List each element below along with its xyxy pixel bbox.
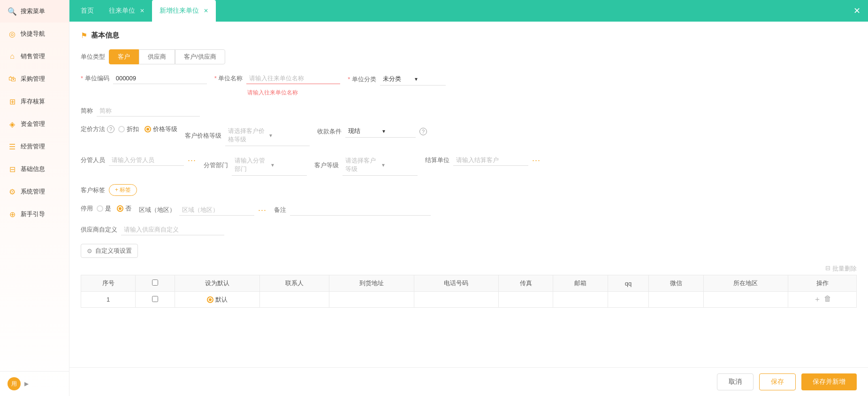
tab-bar: 首页 往来单位 ✕ 新增往来单位 ✕ ✕	[69, 0, 868, 22]
abbr-input[interactable]	[97, 105, 200, 116]
sidebar-item-inventory[interactable]: ⊞ 库存核算	[0, 90, 69, 113]
row-qq	[608, 292, 649, 308]
pricing-help-icon[interactable]: ?	[107, 125, 114, 133]
basic-icon: ⊟	[8, 164, 17, 174]
manager-group: 分管人员 ···	[81, 155, 196, 166]
save-new-button[interactable]: 保存并新增	[801, 373, 857, 390]
unit-code-input[interactable]	[113, 73, 207, 84]
tab-contacts[interactable]: 往来单位 ✕	[101, 0, 152, 22]
type-btn-both[interactable]: 客户/供应商	[175, 49, 225, 64]
operations-icon: ☰	[8, 142, 17, 151]
remark-group: 备注	[274, 204, 431, 216]
close-all-tabs-icon[interactable]: ✕	[853, 7, 860, 15]
sidebar-item-finance[interactable]: ◈ 资金管理	[0, 113, 69, 135]
region-input[interactable]	[179, 204, 254, 216]
disabled-label: 停用	[81, 204, 93, 213]
sidebar-item-operations[interactable]: ☰ 经营管理	[0, 135, 69, 158]
col-phone: 电话号码	[414, 275, 499, 292]
unit-type-group: 单位类型 客户 供应商 客户/供应商	[81, 49, 225, 64]
settlement-input[interactable]	[453, 155, 528, 166]
table-row: 1 默认	[81, 292, 857, 308]
customer-level-select[interactable]: 请选择客户等级 ▼	[343, 155, 418, 176]
col-fax: 传真	[499, 275, 553, 292]
unit-type-buttons: 客户 供应商 客户/供应商	[109, 49, 225, 64]
payment-help-icon[interactable]: ?	[419, 128, 427, 135]
remark-input[interactable]	[290, 204, 431, 216]
unit-category-group: 单位分类 未分类 ▼	[348, 73, 446, 85]
disabled-yes-radio	[97, 205, 103, 212]
supplier-custom-group: 供应商自定义	[81, 224, 224, 235]
default-radio[interactable]	[207, 296, 213, 303]
tab-contacts-close[interactable]: ✕	[140, 8, 145, 14]
dept-select[interactable]: 请输入分管部门 ▼	[232, 155, 307, 176]
sidebar: 🔍 搜索菜单 ◎ 快捷导航 ⌂ 销售管理 🛍 采购管理 ⊞ 库存核算 ◈ 资金管…	[0, 0, 69, 396]
sidebar-item-purchase[interactable]: 🛍 采购管理	[0, 68, 69, 90]
sidebar-item-system[interactable]: ⚙ 系统管理	[0, 180, 69, 203]
region-group: 区域（地区） ···	[139, 204, 266, 216]
disabled-radio-group: 是 否	[97, 204, 131, 213]
col-default: 设为默认	[175, 275, 260, 292]
pricing-discount-option[interactable]: 折扣	[118, 125, 139, 133]
col-qq: qq	[608, 275, 649, 292]
col-email: 邮箱	[553, 275, 608, 292]
settlement-more-btn[interactable]: ···	[532, 155, 541, 165]
row-address	[329, 292, 414, 308]
tab-home[interactable]: 首页	[73, 0, 101, 22]
row-email	[553, 292, 608, 308]
save-button[interactable]: 保存	[759, 373, 796, 390]
gear-icon: ⚙	[87, 248, 92, 255]
customer-price-group: 客户价格等级 请选择客户价格等级 ▼	[185, 125, 310, 146]
row-delete-icon[interactable]: 🗑	[824, 295, 831, 304]
sidebar-item-guide[interactable]: ⊕ 新手引导	[0, 203, 69, 225]
custom-settings-button[interactable]: ⚙ 自定义项设置	[81, 244, 138, 258]
chevron-down-icon: ▼	[268, 133, 307, 138]
chevron-down-icon: ▼	[381, 163, 415, 168]
tab-new-contact-close[interactable]: ✕	[204, 8, 208, 14]
row-phone	[414, 292, 499, 308]
batch-delete-label[interactable]: 批量删除	[832, 264, 857, 273]
manager-row: 分管人员 ··· 分管部门 请输入分管部门 ▼ 客户等级 请选择客户等级 ▼ 结…	[81, 155, 857, 176]
type-btn-customer[interactable]: 客户	[109, 49, 139, 64]
row-checkbox[interactable]	[152, 296, 158, 302]
pricing-radio-group: 折扣 价格等级	[118, 125, 177, 133]
customer-price-label: 客户价格等级	[185, 132, 221, 140]
manager-more-btn[interactable]: ···	[188, 155, 196, 165]
disabled-no-option[interactable]: 否	[117, 204, 131, 213]
manager-input[interactable]	[109, 155, 184, 166]
row-add-icon[interactable]: ＋	[814, 295, 821, 304]
pricing-level-option[interactable]: 价格等级	[145, 125, 177, 133]
tab-new-contact[interactable]: 新增往来单位 ✕	[152, 0, 216, 22]
supplier-custom-input[interactable]	[121, 224, 224, 235]
row-action: ＋ 🗑	[788, 292, 857, 308]
pricing-label: 定价方法 ?	[81, 125, 114, 133]
payment-select[interactable]: 现结 ▼	[345, 125, 416, 138]
unit-name-input[interactable]	[246, 73, 340, 84]
code-name-row: 单位编码 单位名称 请输入往来单位名称 单位分类 未分类 ▼	[81, 73, 857, 97]
chevron-down-icon: ▼	[381, 129, 413, 134]
add-tag-button[interactable]: + 标签	[109, 184, 137, 196]
col-action: 操作	[788, 275, 857, 292]
avatar: 用	[8, 377, 21, 390]
col-seq: 序号	[81, 275, 136, 292]
sidebar-item-quicknav[interactable]: ◎ 快捷导航	[0, 23, 69, 45]
type-btn-supplier[interactable]: 供应商	[139, 49, 175, 64]
content-area: ⚑ 基本信息 单位类型 客户 供应商 客户/供应商 单位编码 单位名称	[69, 22, 868, 367]
row-checkbox-cell	[136, 292, 175, 308]
abbr-row: 简称	[81, 105, 857, 116]
sidebar-item-sales[interactable]: ⌂ 销售管理	[0, 45, 69, 68]
dept-group: 分管部门 请输入分管部门 ▼	[204, 155, 307, 176]
unit-category-select[interactable]: 未分类 ▼	[380, 73, 446, 85]
manager-label: 分管人员	[81, 156, 105, 164]
cancel-button[interactable]: 取消	[717, 373, 754, 390]
payment-group: 收款条件 现结 ▼ ?	[317, 125, 427, 138]
sidebar-item-basic[interactable]: ⊟ 基础信息	[0, 158, 69, 180]
sidebar-item-search[interactable]: 🔍 搜索菜单	[0, 0, 69, 23]
batch-delete-icon: ⊟	[825, 264, 830, 273]
pricing-level-radio	[145, 126, 151, 132]
disabled-yes-option[interactable]: 是	[97, 204, 111, 213]
customer-price-select[interactable]: 请选择客户价格等级 ▼	[225, 125, 310, 146]
guide-icon: ⊕	[8, 210, 17, 219]
col-wechat: 微信	[649, 275, 703, 292]
select-all-checkbox[interactable]	[152, 280, 158, 286]
region-more-btn[interactable]: ···	[258, 205, 266, 215]
